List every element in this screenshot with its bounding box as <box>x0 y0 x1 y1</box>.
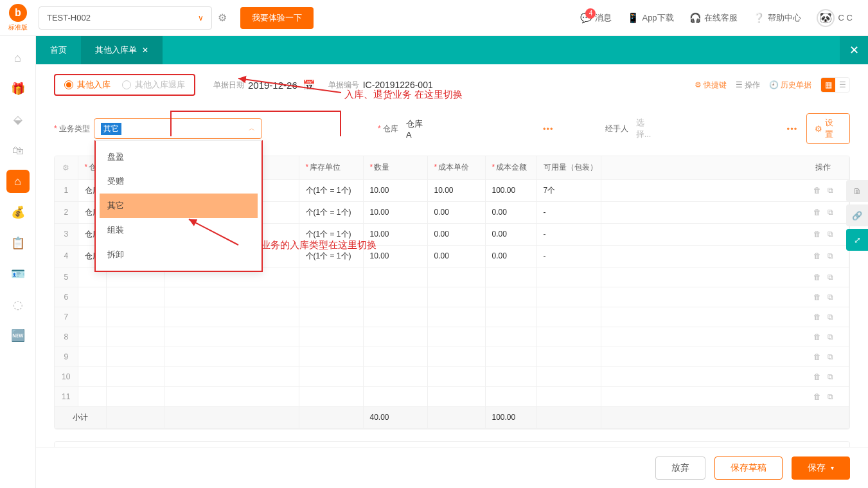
rail-market-icon[interactable]: ⬙ <box>6 108 30 131</box>
cell-price[interactable] <box>427 327 485 347</box>
tab-home[interactable]: 首页 <box>36 36 81 64</box>
cell-scan[interactable] <box>106 307 164 327</box>
tabs-close-all[interactable]: ✕ <box>840 36 868 64</box>
gear-icon[interactable]: ⚙ <box>212 12 233 24</box>
cell-unit[interactable] <box>299 307 363 327</box>
cell-spec[interactable] <box>164 386 299 406</box>
cell-scan[interactable] <box>106 287 164 307</box>
copy-icon[interactable]: ⧉ <box>828 186 833 195</box>
cell-qty[interactable]: 10.00 <box>363 201 427 223</box>
cell-unit[interactable] <box>299 327 363 347</box>
shortcut-button[interactable]: ⚙快捷键 <box>695 80 727 91</box>
cell-warehouse[interactable] <box>78 307 106 327</box>
delete-icon[interactable]: 🗑 <box>813 392 821 401</box>
cell-qty[interactable] <box>363 267 427 287</box>
cell-amount[interactable] <box>485 386 536 406</box>
cell-amount[interactable] <box>485 307 536 327</box>
company-select[interactable]: TEST-H002 ∨ <box>39 6 212 30</box>
try-button[interactable]: 我要体验一下 <box>240 7 314 29</box>
rail-gift-icon[interactable]: 🎁 <box>6 77 30 100</box>
save-draft-button[interactable]: 保存草稿 <box>714 456 783 480</box>
cell-price[interactable]: 0.00 <box>427 245 485 267</box>
date-value[interactable]: 2019-12-26 <box>248 80 297 91</box>
header-messages[interactable]: 💬 4 消息 <box>580 12 612 24</box>
copy-icon[interactable]: ⧉ <box>828 230 833 239</box>
warehouse-value[interactable]: 仓库A <box>406 118 427 140</box>
cell-unit[interactable]: 个(1个 = 1个) <box>299 179 363 201</box>
rail-clipboard-icon[interactable]: 📋 <box>6 231 30 255</box>
cell-unit[interactable] <box>299 287 363 307</box>
cell-unit[interactable] <box>299 267 363 287</box>
copy-icon[interactable]: ⧉ <box>828 372 833 381</box>
delete-icon[interactable]: 🗑 <box>813 332 821 341</box>
cell-qty[interactable] <box>363 307 427 327</box>
cell-amount[interactable] <box>485 287 536 307</box>
copy-icon[interactable]: ⧉ <box>828 293 833 302</box>
dropdown-option[interactable]: 拆卸 <box>100 242 258 267</box>
cell-spec[interactable] <box>164 366 299 386</box>
cell-price[interactable] <box>427 287 485 307</box>
cell-scan[interactable] <box>106 347 164 366</box>
table-row[interactable]: 11🗑⧉ <box>55 386 849 406</box>
cell-amount[interactable] <box>485 366 536 386</box>
table-row[interactable]: 7🗑⧉ <box>55 307 849 327</box>
copy-icon[interactable]: ⧉ <box>828 273 833 282</box>
delete-icon[interactable]: 🗑 <box>813 273 821 282</box>
delete-icon[interactable]: 🗑 <box>813 230 821 239</box>
cell-unit[interactable] <box>299 386 363 406</box>
view-list-icon[interactable]: ☰ <box>835 78 849 92</box>
delete-icon[interactable]: 🗑 <box>813 352 821 361</box>
tab-other-inbound[interactable]: 其他入库单 ✕ <box>81 36 163 64</box>
table-row[interactable]: 9🗑⧉ <box>55 347 849 366</box>
cell-scan[interactable] <box>106 327 164 347</box>
rail-money-icon[interactable]: 💰 <box>6 201 30 224</box>
ops-button[interactable]: ☰操作 <box>736 80 760 91</box>
delete-icon[interactable]: 🗑 <box>813 293 821 302</box>
header-app-download[interactable]: 📱 App下载 <box>627 12 673 24</box>
close-icon[interactable]: ✕ <box>142 46 148 55</box>
cell-amount[interactable]: 0.00 <box>485 223 536 245</box>
dropdown-option-selected[interactable]: 其它 <box>100 194 258 218</box>
delete-icon[interactable]: 🗑 <box>813 251 821 260</box>
table-row[interactable]: 10🗑⧉ <box>55 366 849 386</box>
cell-qty[interactable] <box>363 366 427 386</box>
cell-spec[interactable] <box>164 347 299 366</box>
rail-contact-icon[interactable]: 🪪 <box>6 262 30 285</box>
cell-warehouse[interactable] <box>78 327 106 347</box>
history-button[interactable]: 🕘历史单据 <box>769 80 811 91</box>
cell-unit[interactable] <box>299 347 363 366</box>
rail-sync-icon[interactable]: ◌ <box>6 293 30 316</box>
cell-warehouse[interactable] <box>78 366 106 386</box>
dropdown-option[interactable]: 盘盈 <box>100 145 258 169</box>
side-link-icon[interactable]: 🔗 <box>846 204 868 226</box>
cell-spec[interactable] <box>164 287 299 307</box>
rail-warehouse-icon[interactable]: ⌂ <box>6 170 30 193</box>
more-icon[interactable]: ••• <box>543 124 554 134</box>
table-row[interactable]: 6🗑⧉ <box>55 287 849 307</box>
cell-qty[interactable] <box>363 327 427 347</box>
rail-new-icon[interactable]: 🆕 <box>6 324 30 347</box>
table-row[interactable]: 8🗑⧉ <box>55 327 849 347</box>
cell-qty[interactable]: 10.00 <box>363 179 427 201</box>
cell-qty[interactable] <box>363 347 427 366</box>
header-service[interactable]: 🎧 在线客服 <box>689 12 738 24</box>
table-gear-icon[interactable]: ⚙ <box>55 156 78 179</box>
save-button[interactable]: 保存 ▾ <box>792 456 850 480</box>
cell-price[interactable]: 10.00 <box>427 179 485 201</box>
cell-amount[interactable]: 100.00 <box>485 179 536 201</box>
delete-icon[interactable]: 🗑 <box>813 312 821 321</box>
cell-spec[interactable] <box>164 307 299 327</box>
cell-warehouse[interactable] <box>78 347 106 366</box>
radio-other-return[interactable]: 其他入库退库 <box>122 79 185 91</box>
cell-price[interactable] <box>427 386 485 406</box>
cell-price[interactable] <box>427 347 485 366</box>
delete-icon[interactable]: 🗑 <box>813 372 821 381</box>
cell-warehouse[interactable] <box>78 287 106 307</box>
cell-spec[interactable] <box>164 327 299 347</box>
cell-amount[interactable] <box>485 347 536 366</box>
cell-warehouse[interactable] <box>78 386 106 406</box>
cell-unit[interactable] <box>299 366 363 386</box>
header-help[interactable]: ❔ 帮助中心 <box>753 12 801 24</box>
copy-icon[interactable]: ⧉ <box>828 251 833 260</box>
cell-amount[interactable]: 0.00 <box>485 245 536 267</box>
